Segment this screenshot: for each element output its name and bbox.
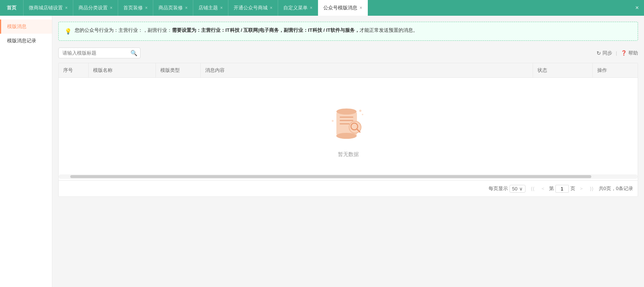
nav-tab-home-decor[interactable]: 首页装修 × bbox=[118, 0, 153, 16]
chevron-down-icon: ∨ bbox=[519, 186, 523, 192]
pagination: 每页显示 50 ∨ ⟨⟨ ＜ 第 页 ＞ ⟩⟩ 共0页，0条记录 bbox=[59, 180, 638, 196]
empty-state: 暂无数据 bbox=[59, 78, 638, 173]
notice-text: 您的公众号行业为：主营行业：，副营行业：需要设置为：主营行业：IT科技 / 互联… bbox=[75, 27, 418, 34]
nav-tab-home[interactable]: 首页 bbox=[0, 0, 24, 16]
svg-point-10 bbox=[359, 110, 361, 112]
empty-text: 暂无数据 bbox=[338, 151, 359, 158]
nav-tab-category-label: 商品分类设置 bbox=[78, 4, 108, 11]
close-shop-settings-icon[interactable]: × bbox=[65, 5, 68, 10]
toolbar-right: ↻ 同步 | ❓ 帮助 bbox=[597, 50, 638, 57]
th-name: 模版名称 bbox=[89, 63, 156, 77]
main-layout: 模版消息 模版消息记录 💡 您的公众号行业为：主营行业：，副营行业：需要设置为：… bbox=[0, 16, 644, 287]
search-input-wrap: 🔍 bbox=[58, 48, 141, 58]
svg-point-12 bbox=[332, 120, 333, 122]
notice-box: 💡 您的公众号行业为：主营行业：，副营行业：需要设置为：主营行业：IT科技 / … bbox=[58, 22, 638, 41]
page-number-input[interactable] bbox=[555, 185, 569, 193]
close-all-tabs-button[interactable]: × bbox=[630, 4, 644, 11]
th-type: 模版类型 bbox=[156, 63, 201, 77]
nav-tab-template-msg[interactable]: 公众号模版消息 × bbox=[318, 0, 368, 16]
nav-tab-custom-menu[interactable]: 自定义菜单 × bbox=[278, 0, 318, 16]
nav-tab-product-decor-label: 商品页装修 bbox=[158, 4, 183, 11]
th-status: 状态 bbox=[533, 63, 593, 77]
help-button[interactable]: ❓ 帮助 bbox=[621, 50, 638, 57]
sidebar-item-template-msg[interactable]: 模版消息 bbox=[0, 19, 52, 34]
th-content: 消息内容 bbox=[201, 63, 533, 77]
page-nav: ⟨⟨ ＜ 第 页 ＞ ⟩⟩ bbox=[529, 184, 596, 193]
close-open-mall-icon[interactable]: × bbox=[270, 5, 272, 10]
page-size-label: 每页显示 bbox=[489, 185, 508, 192]
svg-point-3 bbox=[336, 133, 357, 139]
nav-tab-shop-settings-label: 微商城店铺设置 bbox=[29, 4, 63, 11]
next-page-button[interactable]: ＞ bbox=[577, 184, 586, 193]
sync-icon: ↻ bbox=[597, 50, 601, 56]
sidebar-item-template-msg-record[interactable]: 模版消息记录 bbox=[0, 34, 52, 48]
data-table: 序号 模版名称 模版类型 消息内容 状态 操作 bbox=[58, 63, 638, 197]
nav-tab-custom-menu-label: 自定义菜单 bbox=[283, 4, 308, 11]
svg-point-2 bbox=[336, 109, 357, 115]
nav-tab-open-mall-label: 开通公众号商城 bbox=[234, 4, 268, 11]
page-size-value: 50 bbox=[512, 186, 517, 192]
nav-tab-home-label: 首页 bbox=[7, 4, 16, 11]
search-input[interactable] bbox=[58, 48, 141, 58]
first-page-button[interactable]: ⟨⟨ bbox=[529, 185, 537, 192]
page-size-dropdown[interactable]: 50 ∨ bbox=[509, 185, 525, 193]
search-bar: 🔍 ↻ 同步 | ❓ 帮助 bbox=[58, 48, 638, 58]
prev-page-button[interactable]: ＜ bbox=[538, 184, 548, 193]
toolbar-divider: | bbox=[616, 50, 617, 56]
close-home-decor-icon[interactable]: × bbox=[145, 5, 148, 10]
page-label-before: 第 bbox=[549, 185, 554, 192]
nav-tab-open-mall[interactable]: 开通公众号商城 × bbox=[228, 0, 278, 16]
svg-point-11 bbox=[362, 114, 363, 115]
close-product-decor-icon[interactable]: × bbox=[185, 5, 188, 10]
horizontal-scrollbar[interactable] bbox=[59, 174, 638, 179]
scrollbar-thumb[interactable] bbox=[70, 175, 591, 178]
nav-tab-theme[interactable]: 店铺主题 × bbox=[193, 0, 228, 16]
nav-tab-template-msg-label: 公众号模版消息 bbox=[323, 4, 357, 11]
th-action: 操作 bbox=[593, 63, 638, 77]
sync-label: 同步 bbox=[603, 50, 612, 57]
table-header: 序号 模版名称 模版类型 消息内容 状态 操作 bbox=[59, 63, 638, 78]
sidebar-item-template-msg-record-label: 模版消息记录 bbox=[7, 38, 36, 43]
close-template-msg-icon[interactable]: × bbox=[360, 5, 362, 10]
close-category-icon[interactable]: × bbox=[110, 5, 113, 10]
help-icon: ❓ bbox=[621, 50, 627, 56]
sidebar: 模版消息 模版消息记录 bbox=[0, 16, 52, 287]
search-icon[interactable]: 🔍 bbox=[130, 50, 138, 57]
nav-tab-home-decor-label: 首页装修 bbox=[123, 4, 143, 11]
page-label-after: 页 bbox=[570, 185, 575, 192]
th-index: 序号 bbox=[59, 63, 89, 77]
nav-tab-shop-settings[interactable]: 微商城店铺设置 × bbox=[24, 0, 73, 16]
page-total: 共0页，0条记录 bbox=[599, 185, 633, 192]
notice-icon: 💡 bbox=[65, 27, 72, 36]
sidebar-item-template-msg-label: 模版消息 bbox=[7, 24, 27, 29]
sync-button[interactable]: ↻ 同步 bbox=[597, 50, 612, 57]
nav-tab-category[interactable]: 商品分类设置 × bbox=[73, 0, 118, 16]
top-nav: 首页 微商城店铺设置 × 商品分类设置 × 首页装修 × 商品页装修 × 店铺主… bbox=[0, 0, 644, 16]
nav-tab-theme-label: 店铺主题 bbox=[198, 4, 218, 11]
content-area: 💡 您的公众号行业为：主营行业：，副营行业：需要设置为：主营行业：IT科技 / … bbox=[52, 16, 644, 287]
empty-illustration bbox=[326, 100, 371, 145]
page-size-select: 每页显示 50 ∨ bbox=[489, 185, 525, 193]
close-custom-menu-icon[interactable]: × bbox=[310, 5, 312, 10]
close-theme-icon[interactable]: × bbox=[220, 5, 223, 10]
last-page-button[interactable]: ⟩⟩ bbox=[588, 185, 596, 192]
help-label: 帮助 bbox=[628, 50, 638, 57]
nav-tab-product-decor[interactable]: 商品页装修 × bbox=[153, 0, 193, 16]
